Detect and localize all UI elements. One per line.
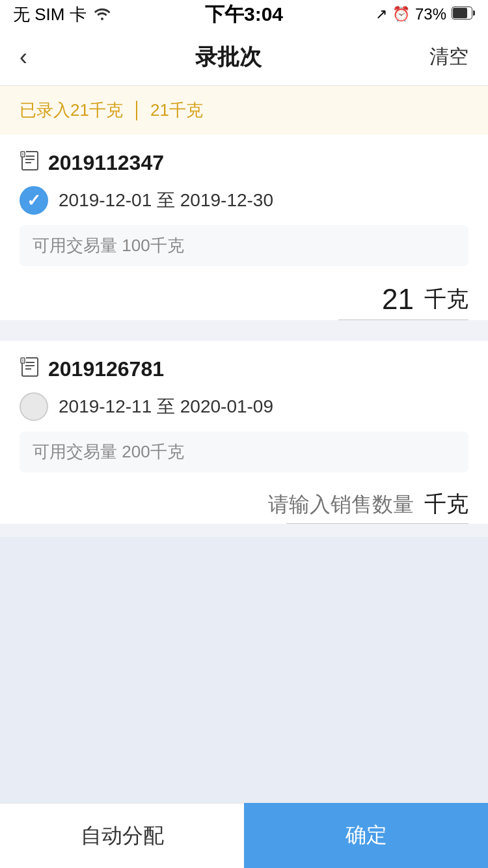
summary-bar: 已录入21千克 21千克 <box>0 86 488 135</box>
nav-bar: ‹ 录批次 清空 <box>0 29 488 86</box>
batch-2-qty-input[interactable] <box>153 493 414 517</box>
batch-1-qty-unit: 千克 <box>424 284 468 314</box>
batch-2-date: 2019-12-11 至 2020-01-09 <box>59 394 273 419</box>
batch-card-2: 2019126781 2019-12-11 至 2020-01-09 可用交易量… <box>0 341 488 524</box>
summary-value: 21千克 <box>150 99 203 122</box>
batch-1-underline <box>338 319 468 320</box>
batch-card-1: 2019112347 2019-12-01 至 2019-12-30 可用交易量… <box>0 135 488 320</box>
batch-2-number: 2019126781 <box>48 357 164 381</box>
batch-1-icon <box>20 150 40 176</box>
batch-1-qty-value: 21 <box>382 283 414 316</box>
batch-2-header: 2019126781 <box>0 341 488 387</box>
clear-button[interactable]: 清空 <box>429 44 468 70</box>
confirm-button[interactable]: 确定 <box>244 803 488 868</box>
batch-1-header: 2019112347 <box>0 135 488 181</box>
batch-1-radio[interactable] <box>20 186 48 215</box>
status-indicators: ↗ ⏰ 73% <box>375 5 475 23</box>
batch-2-radio[interactable] <box>20 392 48 421</box>
footer: 自动分配 确定 <box>0 803 488 868</box>
batch-1-date: 2019-12-01 至 2019-12-30 <box>59 188 273 213</box>
batch-2-icon <box>20 357 40 382</box>
back-button[interactable]: ‹ <box>20 44 27 71</box>
batch-2-date-row[interactable]: 2019-12-11 至 2020-01-09 <box>0 387 488 426</box>
summary-label: 已录入21千克 <box>20 99 123 122</box>
batch-1-availability: 可用交易量 100千克 <box>20 225 468 266</box>
status-time: 下午3:04 <box>205 1 283 28</box>
status-bar: 无 SIM 卡 下午3:04 ↗ ⏰ 73% <box>0 0 488 29</box>
separator-1 <box>0 333 488 341</box>
batch-2-qty-unit: 千克 <box>424 489 468 519</box>
alarm-icon: ⏰ <box>392 6 410 23</box>
carrier-text: 无 SIM 卡 <box>13 3 87 26</box>
summary-divider <box>136 101 137 120</box>
batch-2-underline <box>286 523 468 524</box>
batch-1-date-row[interactable]: 2019-12-01 至 2019-12-30 <box>0 181 488 220</box>
batch-1-number: 2019112347 <box>48 151 164 175</box>
svg-rect-7 <box>21 152 25 157</box>
battery-icon <box>452 5 475 23</box>
svg-rect-15 <box>21 358 25 363</box>
location-icon: ↗ <box>375 6 387 23</box>
svg-rect-1 <box>453 8 467 18</box>
page-title: 录批次 <box>195 42 262 72</box>
batch-2-availability: 可用交易量 200千克 <box>20 431 468 472</box>
batch-2-quantity-row[interactable]: 千克 <box>0 483 488 523</box>
batch-1-quantity-row: 21 千克 <box>0 277 488 319</box>
wifi-icon <box>93 5 111 25</box>
empty-area <box>0 537 488 810</box>
auto-distribute-button[interactable]: 自动分配 <box>0 803 244 868</box>
status-carrier: 无 SIM 卡 <box>13 3 111 26</box>
battery-text: 73% <box>415 5 446 23</box>
